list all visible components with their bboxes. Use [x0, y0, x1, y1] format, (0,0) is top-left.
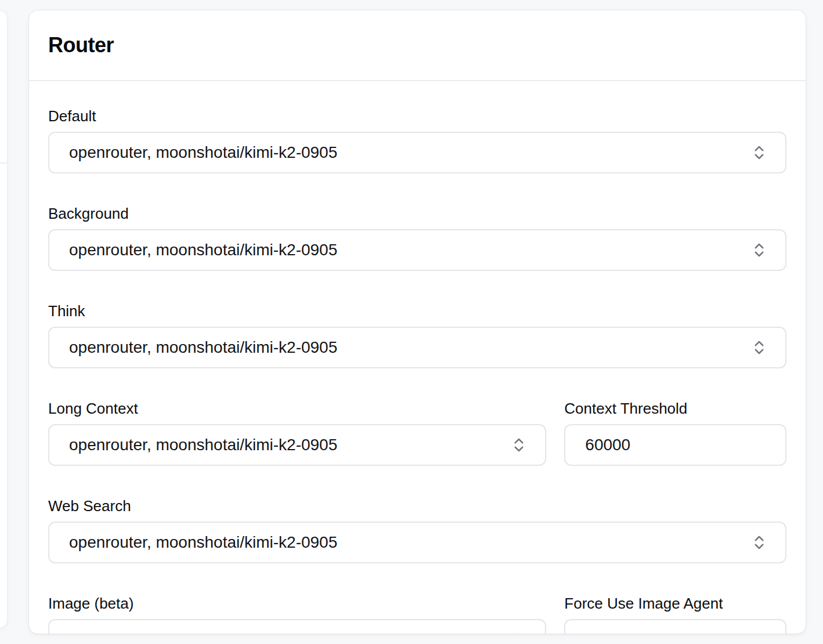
- chevrons-up-down-icon: [750, 339, 768, 356]
- think-label: Think: [48, 302, 786, 320]
- page-title: Router: [48, 33, 114, 57]
- field-force-use-image-agent: Force Use Image Agent: [564, 595, 786, 634]
- field-long-context-row: Long Context openrouter, moonshotai/kimi…: [48, 400, 786, 466]
- chevrons-up-down-icon: [750, 144, 768, 161]
- web-search-select-value: openrouter, moonshotai/kimi-k2-0905: [69, 533, 337, 552]
- background-select-value: openrouter, moonshotai/kimi-k2-0905: [69, 241, 337, 259]
- field-context-threshold: Context Threshold: [564, 400, 786, 466]
- think-select-value: openrouter, moonshotai/kimi-k2-0905: [69, 338, 337, 357]
- field-web-search: Web Search openrouter, moonshotai/kimi-k…: [48, 497, 786, 563]
- web-search-select[interactable]: openrouter, moonshotai/kimi-k2-0905: [48, 522, 786, 563]
- default-label: Default: [48, 107, 786, 125]
- background-label: Background: [48, 205, 786, 222]
- field-default: Default openrouter, moonshotai/kimi-k2-0…: [48, 107, 786, 173]
- image-label: Image (beta): [48, 595, 546, 612]
- adjacent-card-edge: [0, 10, 8, 628]
- router-form: Default openrouter, moonshotai/kimi-k2-0…: [29, 81, 806, 634]
- chevrons-up-down-icon: [510, 631, 528, 634]
- long-context-select[interactable]: openrouter, moonshotai/kimi-k2-0905: [48, 424, 546, 466]
- context-threshold-input[interactable]: [564, 424, 786, 466]
- field-long-context: Long Context openrouter, moonshotai/kimi…: [48, 400, 546, 466]
- force-use-image-agent-input[interactable]: [564, 619, 786, 634]
- force-use-image-agent-label: Force Use Image Agent: [564, 595, 786, 612]
- field-image-row: Image (beta) Force Use Image Agent: [48, 595, 786, 634]
- chevrons-up-down-icon: [750, 241, 768, 259]
- default-select-value: openrouter, moonshotai/kimi-k2-0905: [69, 143, 337, 162]
- long-context-select-value: openrouter, moonshotai/kimi-k2-0905: [69, 436, 337, 454]
- router-card: Router Default openrouter, moonshotai/ki…: [28, 10, 806, 634]
- background-select[interactable]: openrouter, moonshotai/kimi-k2-0905: [48, 229, 786, 271]
- web-search-label: Web Search: [48, 497, 786, 515]
- long-context-label: Long Context: [48, 400, 546, 417]
- default-select[interactable]: openrouter, moonshotai/kimi-k2-0905: [48, 132, 786, 173]
- chevrons-up-down-icon: [510, 436, 528, 454]
- router-card-header: Router: [29, 10, 806, 81]
- adjacent-card-divider: [0, 162, 7, 164]
- field-image: Image (beta): [48, 595, 546, 634]
- context-threshold-label: Context Threshold: [564, 400, 786, 417]
- field-think: Think openrouter, moonshotai/kimi-k2-090…: [48, 302, 786, 368]
- image-select[interactable]: [48, 619, 546, 634]
- chevrons-up-down-icon: [750, 534, 768, 551]
- settings-page: Router Default openrouter, moonshotai/ki…: [0, 0, 823, 644]
- think-select[interactable]: openrouter, moonshotai/kimi-k2-0905: [48, 327, 786, 368]
- field-background: Background openrouter, moonshotai/kimi-k…: [48, 205, 786, 271]
